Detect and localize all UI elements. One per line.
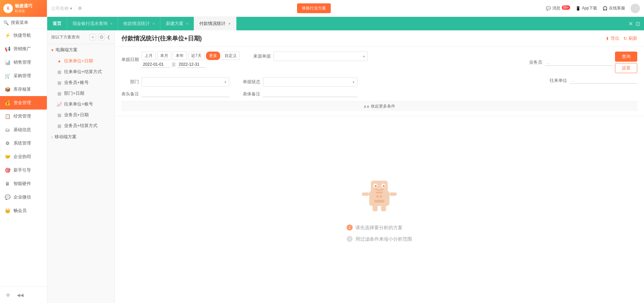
- finance-icon: 💰: [4, 99, 11, 106]
- sidebar: 6 畅捷通巧 标准版 🔍 搜索菜单 ⚡ 快捷导航 📢 营销推广 📊 销售管理: [0, 0, 47, 303]
- svg-rect-6: [376, 192, 383, 193]
- scheme-settings-btn[interactable]: ⚙: [98, 34, 105, 40]
- svg-rect-8: [389, 192, 397, 196]
- message-btn[interactable]: 💬 消息 99+: [546, 5, 570, 11]
- scheme-partner-settle[interactable]: ▦ 往来单位+结算方式: [47, 66, 114, 77]
- tab-new-close[interactable]: ×: [186, 22, 188, 26]
- sidebar-item-shortcut[interactable]: ⚡ 快捷导航: [0, 29, 47, 42]
- tab-expand-btn[interactable]: ⊡: [636, 21, 640, 27]
- status-select[interactable]: ▾: [263, 77, 357, 87]
- shortcut-icon: ⚡: [4, 32, 11, 39]
- sidebar-settings-btn[interactable]: ⚙: [3, 290, 13, 300]
- collapse-more-btn[interactable]: ∧∧ 收起更多条件: [121, 101, 637, 111]
- body-note-input[interactable]: [263, 91, 357, 97]
- scheme-staff-account[interactable]: ▦ 业务员+账号: [47, 77, 114, 88]
- user-avatar[interactable]: [631, 4, 640, 13]
- sidebar-collapse-btn[interactable]: ◀◀: [16, 290, 25, 300]
- source-select[interactable]: ▾: [273, 52, 368, 61]
- export-btn[interactable]: ⬆ 导出: [606, 35, 619, 41]
- date-start-input[interactable]: [142, 61, 170, 68]
- date-btn-this-year[interactable]: 本年: [173, 52, 187, 60]
- sidebar-item-enterprise[interactable]: 🤝 企业协同: [0, 150, 47, 163]
- sidebar-item-finance[interactable]: 💰 资金管理: [0, 96, 47, 110]
- date-btn-this-month[interactable]: 本月: [157, 52, 171, 60]
- svg-rect-7: [362, 192, 369, 196]
- header-note-input[interactable]: [142, 91, 229, 97]
- date-btn-more[interactable]: 更多: [206, 52, 220, 60]
- sidebar-bottom: ⚙ ◀◀: [0, 286, 47, 303]
- date-btn-last-month[interactable]: 上月: [142, 52, 156, 60]
- tab-receipt[interactable]: 收款情况统计 ×: [118, 17, 160, 30]
- add-scheme-btn[interactable]: +: [89, 34, 96, 40]
- page-header-actions: ⬆ 导出 ↻ 刷新: [606, 35, 637, 41]
- tab-receipt-close[interactable]: ×: [152, 22, 154, 26]
- scheme-group-mobile-header[interactable]: › 移动端方案: [47, 131, 114, 143]
- step1-num: 1: [347, 224, 353, 231]
- filter-row-2: 部门 ▾ 单据状态 ▾: [121, 77, 637, 87]
- marketing-icon: 📢: [4, 46, 11, 52]
- robot-illustration: [359, 176, 400, 213]
- scheme-staff-date[interactable]: ▦ 业务员+日期: [47, 110, 114, 120]
- filter-area: 单据日期 上月 本月 本年 近7天 更多 自定义: [115, 47, 644, 116]
- panel-collapse-btn[interactable]: ❮: [107, 35, 110, 39]
- scheme-dept-date[interactable]: ▦ 部门+日期: [47, 88, 114, 99]
- chevron-down-icon: ▾: [51, 48, 54, 53]
- scheme-staff-settle[interactable]: ▦ 业务员+结算方式: [47, 120, 114, 131]
- sidebar-item-operation[interactable]: 📋 经营管理: [0, 110, 47, 123]
- filter-header-note-item: 表头备注: [121, 91, 229, 97]
- tab-home[interactable]: 首页: [47, 17, 67, 30]
- tab-new[interactable]: 新建方案 ×: [160, 17, 194, 30]
- online-service-btn[interactable]: 🎧 在线客服: [603, 5, 625, 11]
- date-to-label: 至: [172, 62, 176, 68]
- sidebar-item-guide[interactable]: 🎯 新手引导: [0, 163, 47, 177]
- chevron-right-icon: ›: [51, 134, 53, 140]
- trial-btn[interactable]: 体验行业方案: [297, 3, 331, 13]
- settings-icon-btn[interactable]: ⚙: [78, 6, 82, 11]
- scheme-partner-account[interactable]: 📈 往来单位+账号: [47, 99, 114, 110]
- guide-icon: 🎯: [4, 167, 11, 174]
- filter-partner-item: 往来单位 ...: [550, 77, 637, 84]
- company-select[interactable]: 公司名称 ▾: [51, 5, 72, 11]
- tab-bank-close[interactable]: ×: [110, 22, 112, 26]
- tab-bank[interactable]: 现金银行流水查询 ×: [67, 17, 118, 30]
- sidebar-header: 6 畅捷通巧 标准版: [0, 0, 47, 17]
- scheme-group-pc-header[interactable]: ▾ 电脑端方案: [47, 44, 114, 56]
- svg-point-5: [383, 185, 385, 187]
- staff-input[interactable]: ...: [545, 59, 612, 66]
- filter-settings-btn[interactable]: 设置: [615, 63, 637, 73]
- scheme-chart-icon-4: ▦: [57, 112, 62, 118]
- sidebar-item-system[interactable]: ⚙ 系统管理: [0, 137, 47, 150]
- svg-rect-13: [381, 205, 386, 211]
- svg-rect-12: [373, 205, 378, 211]
- dept-select-arrow: ▾: [225, 80, 226, 84]
- app-download-btn[interactable]: 📱 App下载: [576, 5, 597, 11]
- collapse-icon: ∧∧: [363, 104, 370, 109]
- date-end-input[interactable]: [177, 61, 206, 68]
- search-menu-item[interactable]: 🔍 搜索菜单: [0, 17, 47, 29]
- tab-close-all-btn[interactable]: ✕: [628, 21, 633, 27]
- dept-select[interactable]: ▾: [142, 77, 229, 87]
- date-btn-7days[interactable]: 近7天: [188, 52, 205, 60]
- tab-payment-close[interactable]: ×: [228, 22, 230, 26]
- partner-input[interactable]: ...: [570, 77, 637, 84]
- sidebar-item-basic[interactable]: 🗂 基础信息: [0, 123, 47, 137]
- top-nav-left: 公司名称 ▾ ⚙: [51, 5, 82, 12]
- refresh-btn[interactable]: ↻ 刷新: [623, 35, 637, 41]
- empty-state: 1 请先选择要分析的方案 2 用过滤条件来缩小分析范围: [115, 116, 644, 303]
- sidebar-item-wechat[interactable]: 💬 企业微信: [0, 190, 47, 204]
- sidebar-item-inventory[interactable]: 📦 库存核算: [0, 83, 47, 96]
- sidebar-item-sales[interactable]: 📊 销售管理: [0, 56, 47, 69]
- sidebar-item-member[interactable]: 👑 畅会员: [0, 204, 47, 217]
- query-btn[interactable]: 查询: [615, 52, 637, 62]
- refresh-icon: ↻: [623, 36, 627, 41]
- sidebar-item-hardware[interactable]: 🖥 智能硬件: [0, 177, 47, 190]
- date-input-group: 至: [142, 61, 240, 68]
- sidebar-item-purchase[interactable]: 🛒 采购管理: [0, 69, 47, 83]
- filter-action-btns: 查询 设置: [615, 52, 637, 73]
- tab-payment[interactable]: 付款情况统计 ×: [194, 17, 236, 30]
- tabs-bar: 首页 现金银行流水查询 × 收款情况统计 × 新建方案 × 付款情况统计 × ✕…: [47, 17, 644, 30]
- sidebar-item-marketing[interactable]: 📢 营销推广: [0, 42, 47, 56]
- scheme-partner-date[interactable]: ● 往来单位+日期: [47, 56, 114, 66]
- date-btn-custom[interactable]: 自定义: [222, 52, 240, 60]
- wechat-icon: 💬: [4, 194, 11, 201]
